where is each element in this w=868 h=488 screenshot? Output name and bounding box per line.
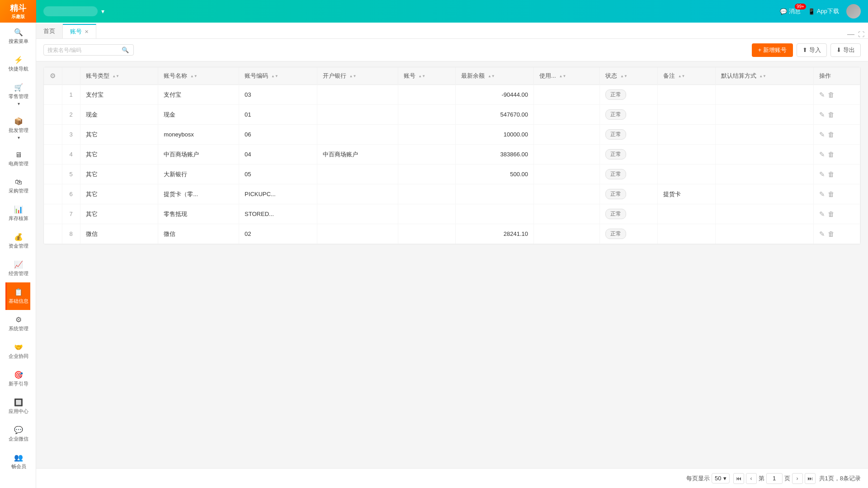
row-type-1: 现金 (80, 105, 158, 125)
app-download-button[interactable]: 📱 App下载 (808, 7, 839, 15)
row-actions-3: ✎ 🗑 (814, 145, 860, 164)
table-row: 4 其它 中百商场账户 04 中百商场账户 383866.00 正常 ✎ 🗑 (44, 145, 860, 164)
sidebar-item-0[interactable]: 🔍 搜索菜单 (5, 23, 30, 50)
tab-bar: 首页 账号 ✕ — ⛶ (36, 23, 868, 39)
topbar-dropdown-icon[interactable]: ▾ (101, 8, 104, 15)
export-button[interactable]: ⬇ 导出 (830, 43, 861, 57)
col-remark-header[interactable]: 备注 ▲▼ (658, 67, 716, 85)
sidebar-icon-14: 💬 (14, 426, 23, 434)
pagination-bar: 每页显示 50 ▾ ⏮ ‹ 第 页 › ⏭ 共1页，8条记录 (36, 468, 868, 488)
sidebar-item-3[interactable]: 📦 批发管理 ▾ (5, 112, 30, 145)
col-bank-header[interactable]: 开户银行 ▲▼ (317, 67, 398, 85)
col-account-header[interactable]: 账号 ▲▼ (398, 67, 456, 85)
per-page-chevron-icon: ▾ (723, 475, 726, 482)
prev-page-button[interactable]: ‹ (746, 473, 757, 484)
row-code-7: 02 (239, 224, 317, 244)
edit-icon-0[interactable]: ✎ (819, 91, 825, 99)
row-bank-3: 中百商场账户 (317, 145, 398, 164)
col-type-header[interactable]: 账号类型 ▲▼ (80, 67, 158, 85)
row-code-3: 04 (239, 145, 317, 164)
search-icon[interactable]: 🔍 (122, 47, 129, 53)
edit-icon-1[interactable]: ✎ (819, 111, 825, 119)
row-code-0: 03 (239, 85, 317, 105)
row-default-settle-2 (715, 125, 814, 145)
row-actions-4: ✎ 🗑 (814, 164, 860, 184)
message-button[interactable]: 💬 消息 99+ (780, 7, 801, 15)
delete-icon-7[interactable]: 🗑 (828, 230, 835, 238)
per-page-dropdown[interactable]: 50 ▾ (712, 473, 729, 483)
topbar: ▾ 💬 消息 99+ 📱 App下载 (36, 0, 868, 23)
row-remark-4 (658, 164, 716, 184)
row-account-0 (398, 85, 456, 105)
row-name-6: 零售抵现 (158, 204, 239, 224)
edit-icon-2[interactable]: ✎ (819, 131, 825, 139)
col-name-header[interactable]: 账号名称 ▲▼ (158, 67, 239, 85)
sidebar-item-6[interactable]: 📊 库存核算 (5, 200, 30, 227)
sidebar-item-5[interactable]: 🛍 采购管理 (5, 173, 30, 200)
sidebar-item-13[interactable]: 🔲 应用中心 (5, 393, 30, 420)
search-input[interactable] (47, 47, 120, 53)
row-bank-4 (317, 164, 398, 184)
col-balance-header[interactable]: 最新余额 ▲▼ (456, 67, 534, 85)
col-default-settle-header[interactable]: 默认结算方式 ▲▼ (715, 67, 814, 85)
last-page-button[interactable]: ⏭ (805, 473, 816, 484)
row-default-settle-7 (715, 224, 814, 244)
delete-icon-0[interactable]: 🗑 (828, 91, 835, 99)
edit-icon-5[interactable]: ✎ (819, 190, 825, 198)
sidebar-item-1[interactable]: ⚡ 快捷导航 (5, 50, 30, 78)
row-bank-5 (317, 184, 398, 204)
delete-icon-5[interactable]: 🗑 (828, 190, 835, 198)
delete-icon-1[interactable]: 🗑 (828, 111, 835, 119)
avatar-image (846, 4, 861, 19)
sidebar-item-8[interactable]: 📈 经营管理 (5, 255, 30, 282)
sidebar-label-10: 系统管理 (9, 325, 28, 332)
tab-accounts[interactable]: 账号 ✕ (63, 24, 96, 38)
sidebar-item-10[interactable]: ⚙ 系统管理 (5, 310, 30, 338)
sidebar-item-15[interactable]: 👥 畅会员 (5, 448, 30, 475)
edit-icon-7[interactable]: ✎ (819, 230, 825, 238)
sidebar-item-12[interactable]: 🎯 新手引导 (5, 365, 30, 393)
col-code-header[interactable]: 账号编码 ▲▼ (239, 67, 317, 85)
tab-accounts-close[interactable]: ✕ (85, 29, 89, 35)
sidebar-item-2[interactable]: 🛒 零售管理 ▾ (5, 78, 30, 112)
user-avatar[interactable] (846, 4, 861, 19)
topbar-search-input[interactable] (43, 6, 98, 16)
table-row: 7 其它 零售抵现 STORED... 正常 ✎ 🗑 (44, 204, 860, 224)
delete-icon-3[interactable]: 🗑 (828, 150, 835, 159)
edit-icon-6[interactable]: ✎ (819, 210, 825, 218)
row-status-6: 正常 (600, 204, 658, 224)
sidebar-item-4[interactable]: 🖥 电商管理 (5, 145, 30, 173)
sidebar-label-3: 批发管理 (9, 127, 28, 134)
delete-icon-4[interactable]: 🗑 (828, 170, 835, 178)
status-badge-7: 正常 (605, 229, 626, 239)
first-page-button[interactable]: ⏮ (733, 473, 744, 484)
window-minimize-icon[interactable]: — (847, 30, 854, 38)
window-maximize-icon[interactable]: ⛶ (858, 31, 864, 38)
add-account-button[interactable]: + 新增账号 (752, 43, 793, 57)
sidebar-arrow-icon-3: ▾ (18, 135, 20, 140)
tab-home[interactable]: 首页 (36, 24, 63, 38)
edit-icon-4[interactable]: ✎ (819, 170, 825, 178)
table-row: 1 支付宝 支付宝 03 -90444.00 正常 ✎ 🗑 (44, 85, 860, 105)
delete-icon-2[interactable]: 🗑 (828, 131, 835, 139)
import-button[interactable]: ⬆ 导入 (797, 43, 827, 57)
per-page-select: 每页显示 50 ▾ (686, 473, 729, 483)
page-number-input[interactable] (766, 473, 783, 484)
delete-icon-6[interactable]: 🗑 (828, 210, 835, 218)
row-settings-5 (44, 184, 62, 204)
sidebar-item-9[interactable]: 📋 基础信息 (5, 282, 30, 310)
row-usage-7 (534, 224, 600, 244)
col-settings[interactable]: ⚙ (44, 67, 62, 85)
col-status-header[interactable]: 状态 ▲▼ (600, 67, 658, 85)
sidebar-item-14[interactable]: 💬 企业微信 (5, 420, 30, 448)
settings-icon[interactable]: ⚙ (50, 72, 56, 80)
sidebar-item-11[interactable]: 🤝 企业协同 (5, 338, 30, 365)
edit-icon-3[interactable]: ✎ (819, 150, 825, 159)
row-remark-2 (658, 125, 716, 145)
row-balance-7: 28241.10 (456, 224, 534, 244)
sidebar-item-7[interactable]: 💰 资金管理 (5, 227, 30, 255)
next-page-button[interactable]: › (792, 473, 803, 484)
col-usage-header[interactable]: 使用... ▲▼ (534, 67, 600, 85)
sidebar-label-14: 企业微信 (9, 436, 28, 442)
row-name-0: 支付宝 (158, 85, 239, 105)
